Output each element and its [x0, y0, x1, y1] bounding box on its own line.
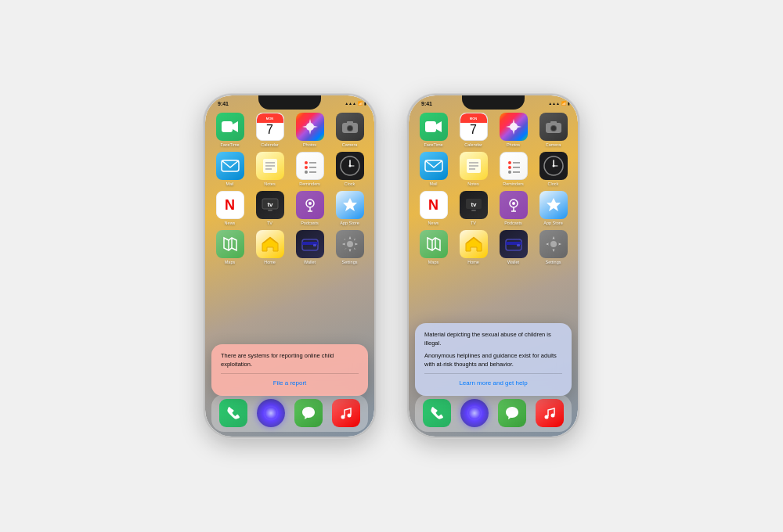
- settings-label-1: Settings: [342, 260, 358, 264]
- app-settings-2[interactable]: Settings: [535, 230, 572, 264]
- dock-music-1[interactable]: [332, 399, 360, 427]
- app-calendar-2[interactable]: MON 7 Calendar: [455, 113, 492, 147]
- app-clock-2[interactable]: Clock: [535, 152, 572, 186]
- camera-label-1: Camera: [342, 142, 358, 147]
- app-wallet-2[interactable]: Wallet: [495, 230, 532, 264]
- battery-icon-1: ▮: [364, 101, 366, 106]
- app-maps-2[interactable]: Maps: [415, 230, 452, 264]
- svg-point-38: [347, 241, 353, 247]
- wifi-icon-1: 📶: [358, 101, 363, 106]
- notch-1: [258, 95, 321, 110]
- phone-1-screen: 9:41 ▲▲▲ 📶 ▮ FaceTime: [205, 95, 374, 437]
- notif-button-1[interactable]: File a report: [221, 378, 359, 388]
- calendar-icon-2: MON 7: [460, 113, 488, 141]
- wallet-icon-2: [500, 230, 528, 258]
- home-icon-1: [256, 230, 284, 258]
- tv-icon-1: tv: [256, 191, 284, 219]
- maps-icon-2: [420, 230, 448, 258]
- app-notes-2[interactable]: Notes: [455, 152, 492, 186]
- app-news-2[interactable]: N News: [415, 191, 452, 225]
- app-settings-1[interactable]: Settings: [331, 230, 368, 264]
- app-maps-1[interactable]: Maps: [211, 230, 248, 264]
- app-home-1[interactable]: Home: [251, 230, 288, 264]
- app-clock-1[interactable]: Clock: [331, 152, 368, 186]
- app-notes-1[interactable]: Notes: [251, 152, 288, 186]
- app-photos-2[interactable]: Photos: [495, 113, 532, 147]
- home-icon-2: [460, 230, 488, 258]
- svg-rect-78: [517, 244, 520, 246]
- news-label-1: News: [225, 221, 236, 225]
- app-podcasts-1[interactable]: Podcasts: [291, 191, 328, 225]
- app-home-2[interactable]: Home: [455, 230, 492, 264]
- svg-marker-33: [262, 237, 278, 251]
- svg-point-68: [512, 202, 515, 205]
- app-camera-1[interactable]: Camera: [331, 113, 368, 147]
- svg-point-79: [550, 241, 557, 247]
- dock-music-2[interactable]: [536, 399, 564, 427]
- notification-card-1: There are systems for reporting online c…: [211, 344, 368, 396]
- podcasts-icon-1: [296, 191, 324, 219]
- svg-text:tv: tv: [267, 201, 273, 208]
- svg-point-81: [545, 415, 549, 419]
- dock-messages-2[interactable]: [498, 399, 526, 427]
- calendar-label-2: Calendar: [464, 142, 482, 147]
- svg-point-82: [551, 414, 555, 418]
- svg-point-16: [305, 171, 308, 174]
- photos-label-1: Photos: [303, 142, 316, 147]
- svg-point-5: [348, 126, 352, 131]
- svg-point-44: [510, 123, 518, 131]
- notes-icon-2: [460, 152, 488, 180]
- app-news-1[interactable]: N News: [211, 191, 248, 225]
- app-appstore-1[interactable]: App Store: [331, 191, 368, 225]
- calendar-day-2: 7: [470, 124, 477, 136]
- dock-messages-1[interactable]: [294, 399, 323, 427]
- svg-marker-1: [233, 121, 238, 132]
- svg-text:tv: tv: [471, 201, 477, 208]
- notif-divider-1: [221, 373, 359, 374]
- dock-siri-1[interactable]: [257, 399, 285, 427]
- podcasts-label-1: Podcasts: [301, 221, 319, 225]
- tv-icon-2: tv: [460, 191, 488, 219]
- app-tv-1[interactable]: tv TV: [251, 191, 288, 225]
- svg-marker-30: [224, 238, 236, 250]
- svg-rect-0: [222, 121, 233, 132]
- notif-text-2b: Anonymous helplines and guidance exist f…: [424, 352, 562, 368]
- svg-rect-6: [347, 121, 353, 124]
- dock-phone-1[interactable]: [219, 399, 247, 427]
- app-calendar-1[interactable]: MON 7 Calendar: [251, 113, 288, 147]
- notif-button-2[interactable]: Learn more and get help: [424, 378, 562, 388]
- svg-rect-66: [471, 210, 476, 211]
- phone-2-screen: 9:41 ▲▲▲ 📶 ▮ FaceTime: [409, 95, 578, 437]
- status-time-2: 9:41: [421, 101, 432, 106]
- podcasts-icon-2: [500, 191, 528, 219]
- app-facetime-2[interactable]: FaceTime: [415, 113, 452, 147]
- reminders-label-1: Reminders: [299, 182, 320, 186]
- calendar-day-1: 7: [266, 124, 273, 136]
- app-photos-1[interactable]: Photos: [291, 113, 328, 147]
- notes-label-2: Notes: [467, 182, 478, 186]
- app-camera-2[interactable]: Camera: [535, 113, 572, 147]
- app-facetime-1[interactable]: FaceTime: [211, 113, 248, 147]
- svg-point-40: [341, 415, 345, 419]
- app-podcasts-2[interactable]: Podcasts: [495, 191, 532, 225]
- photos-icon-2: [500, 113, 528, 141]
- svg-point-56: [508, 166, 511, 169]
- app-mail-2[interactable]: Mail: [415, 152, 452, 186]
- dock-phone-2[interactable]: [423, 399, 451, 427]
- notes-label-1: Notes: [264, 182, 275, 186]
- app-reminders-2[interactable]: Reminders: [495, 152, 532, 186]
- mail-icon-1: [216, 152, 244, 180]
- facetime-icon-2: [420, 113, 448, 141]
- app-mail-1[interactable]: Mail: [211, 152, 248, 186]
- appstore-icon-2: [539, 191, 568, 219]
- wallet-icon-1: [296, 230, 324, 258]
- app-reminders-1[interactable]: Reminders: [291, 152, 328, 186]
- app-wallet-1[interactable]: Wallet: [291, 230, 328, 264]
- camera-label-2: Camera: [546, 142, 561, 147]
- svg-marker-71: [428, 238, 440, 250]
- app-tv-2[interactable]: tv TV: [455, 191, 492, 225]
- dock-siri-2[interactable]: [460, 399, 489, 427]
- app-appstore-2[interactable]: App Store: [535, 191, 572, 225]
- svg-point-54: [508, 161, 511, 164]
- reminders-icon-1: [296, 152, 324, 180]
